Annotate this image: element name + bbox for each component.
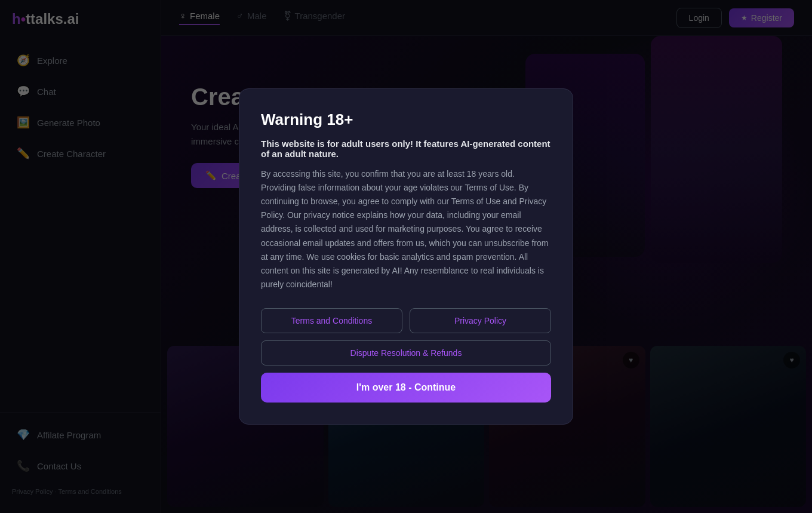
dispute-resolution-button[interactable]: Dispute Resolution & Refunds (261, 340, 551, 365)
modal-title: Warning 18+ (261, 110, 551, 129)
confirm-age-button[interactable]: I'm over 18 - Continue (261, 373, 551, 403)
modal-subtitle: This website is for adult users only! It… (261, 139, 551, 159)
modal-overlay: Warning 18+ This website is for adult us… (0, 0, 812, 513)
terms-conditions-button[interactable]: Terms and Conditions (261, 308, 402, 333)
warning-modal: Warning 18+ This website is for adult us… (239, 88, 573, 425)
modal-body: By accessing this site, you confirm that… (261, 167, 551, 291)
modal-link-row-1: Terms and Conditions Privacy Policy (261, 308, 551, 333)
privacy-policy-button[interactable]: Privacy Policy (410, 308, 551, 333)
